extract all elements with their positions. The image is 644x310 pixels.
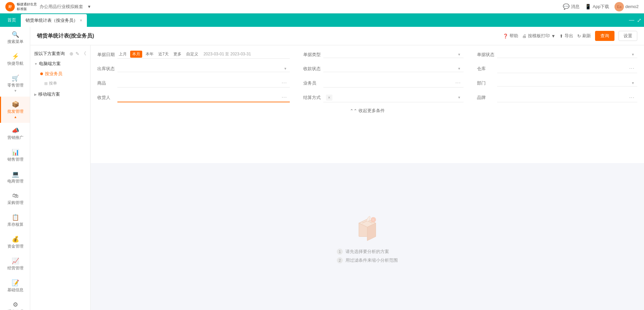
date-this-month-btn[interactable]: 本月 xyxy=(130,51,142,58)
tab-maximize-icon[interactable]: ⤢ xyxy=(637,17,641,23)
help-icon: ❓ xyxy=(503,34,508,39)
print-btn[interactable]: 🖨 按模板打印 ▼ xyxy=(522,33,555,39)
top-title: 办公用品行业模拟账套 xyxy=(40,4,83,10)
logo: 好 畅捷通好生意 标准版 xyxy=(5,2,37,11)
top-dropdown-icon[interactable]: ▼ xyxy=(87,4,91,9)
warehouse-label: 仓库 xyxy=(477,66,497,72)
marketing-icon: 📣 xyxy=(12,127,19,134)
logo-text: 畅捷通好生意 标准版 xyxy=(17,2,37,11)
warehouse-dots: ··· xyxy=(629,65,635,71)
tab-home[interactable]: 首页 xyxy=(3,15,21,25)
sidebar-item-inventory[interactable]: 📋 库存核算 xyxy=(0,210,30,231)
active-scheme-item[interactable]: 按业务员 xyxy=(30,69,90,79)
warehouse-input[interactable]: ··· xyxy=(497,64,637,73)
sidebar-item-finance[interactable]: 💰 资金管理 xyxy=(0,231,30,253)
query-button[interactable]: 查询 xyxy=(595,31,614,41)
message-btn[interactable]: 💬 消息 xyxy=(563,3,580,10)
doc-status-select[interactable]: ▼ xyxy=(497,51,637,58)
settlement-tag: × xyxy=(326,95,332,101)
scheme-edit-btn[interactable]: ✎ xyxy=(75,51,79,56)
sidebar-item-label: 快捷导航 xyxy=(7,61,23,66)
sidebar-item-retail[interactable]: 🛒 零售管理 ▼ xyxy=(0,70,30,97)
tab-close-btn[interactable]: × xyxy=(80,18,82,23)
date-more-btn[interactable]: 更多 xyxy=(172,51,183,58)
tab-active-label: 销货单统计表（按业务员） xyxy=(25,17,78,23)
sidebar-item-operations[interactable]: 📈 经营管理 xyxy=(0,253,30,275)
goods-input[interactable]: ··· xyxy=(117,79,290,88)
receipt-status-select[interactable]: ▼ xyxy=(323,65,464,72)
sidebar-item-search[interactable]: 🔍 搜索菜单 xyxy=(0,27,30,49)
quick-nav-icon: ⚡ xyxy=(12,53,19,60)
basic-info-icon: 📝 xyxy=(12,279,19,287)
sidebar-item-quick-nav[interactable]: ⚡ 快捷导航 xyxy=(0,49,30,70)
date-last-month-btn[interactable]: 上月 xyxy=(117,51,128,58)
salesperson-dots: ··· xyxy=(455,80,461,86)
sidebar-item-marketing[interactable]: 📣 营销推广 xyxy=(0,123,30,145)
collapse-up-icon: ⌃⌃ xyxy=(350,108,357,113)
sidebar-item-purchase[interactable]: 🛍 采购管理 xyxy=(0,188,30,210)
sub-scheme-item[interactable]: ⊞ 按单 xyxy=(30,79,90,88)
collapse-btn[interactable]: ⌃⌃ 收起更多条件 xyxy=(350,108,385,114)
system-icon: ⚙ xyxy=(13,301,18,308)
doc-type-label: 单据类型 xyxy=(303,52,323,58)
goods-label: 商品 xyxy=(97,80,117,86)
sidebar-item-system[interactable]: ⚙ 系统管理 xyxy=(0,297,30,310)
settlement-tag-close[interactable]: × xyxy=(328,95,330,100)
tab-minimize-icon[interactable]: — xyxy=(629,17,634,23)
avatar: Ea xyxy=(614,2,624,11)
search-icon: 🔍 xyxy=(12,31,19,38)
sidebar: 🔍 搜索菜单 ⚡ 快捷导航 🛒 零售管理 ▼ 📦 批发管理 ▲ 📣 营销推广 xyxy=(0,27,30,310)
sidebar-item-sales[interactable]: 📊 销售管理 xyxy=(0,145,30,166)
tab-active[interactable]: 销货单统计表（按业务员） × xyxy=(21,14,87,27)
date-range-text: 2023-03-01 至 2023-03-31 xyxy=(204,51,251,57)
pc-scheme-group[interactable]: ▼ 电脑端方案 xyxy=(30,59,90,69)
sidebar-item-label: 资金管理 xyxy=(7,244,23,249)
empty-hint-2: 2 用过滤条件来缩小分析范围 xyxy=(337,257,398,263)
user-area[interactable]: Ea demo2 xyxy=(614,2,639,11)
date-last7-btn[interactable]: 近7天 xyxy=(157,51,170,58)
settings-button[interactable]: 设置 xyxy=(619,31,637,41)
salesperson-input[interactable]: ··· xyxy=(323,79,464,88)
receipt-status-arrow: ▼ xyxy=(458,67,461,70)
refresh-icon: ↻ xyxy=(577,34,581,39)
sidebar-item-label: 基础信息 xyxy=(7,287,23,293)
app-download-label: App下载 xyxy=(593,4,609,10)
retail-icon: 🛒 xyxy=(12,74,19,82)
receiver-dots: ··· xyxy=(281,94,287,100)
phone-icon: 📱 xyxy=(585,4,591,10)
sidebar-item-basic-info[interactable]: 📝 基础信息 xyxy=(0,275,30,297)
settlement-select[interactable]: × ▼ xyxy=(323,93,464,102)
print-icon: 🖨 xyxy=(522,34,527,39)
receiver-input[interactable]: ··· xyxy=(117,93,290,102)
doc-type-select[interactable]: ▼ xyxy=(323,51,464,58)
mobile-scheme-group[interactable]: ▶ 移动端方案 xyxy=(30,89,90,99)
doc-status-arrow: ▼ xyxy=(631,53,635,56)
wholesale-icon: 📦 xyxy=(12,101,19,108)
empty-icon: ↑ xyxy=(351,210,384,243)
export-btn[interactable]: ⬆ 导出 xyxy=(559,33,573,39)
empty-hint-1: 1 请先选择要分析的方案 xyxy=(337,249,398,255)
brand-label: 品牌 xyxy=(477,95,497,101)
refresh-btn[interactable]: ↻ 刷新 xyxy=(577,33,591,39)
operations-icon: 📈 xyxy=(12,257,19,265)
out-status-label: 出库状态 xyxy=(97,66,117,72)
date-this-year-btn[interactable]: 本年 xyxy=(144,51,155,58)
message-label: 消息 xyxy=(571,4,580,10)
out-status-select[interactable]: ▼ xyxy=(117,65,290,72)
scheme-collapse-btn[interactable]: 《 xyxy=(82,51,86,57)
sidebar-item-label: 销售管理 xyxy=(7,157,23,162)
scheme-add-btn[interactable]: ⊕ xyxy=(69,51,73,56)
sidebar-item-ecommerce[interactable]: 💻 电商管理 xyxy=(0,166,30,188)
chevron-right-icon: ▶ xyxy=(34,93,37,96)
department-select[interactable]: ▼ xyxy=(497,80,637,87)
export-icon: ⬆ xyxy=(559,34,563,39)
sidebar-item-wholesale[interactable]: 📦 批发管理 ▲ xyxy=(0,97,30,123)
date-custom-btn[interactable]: 自定义 xyxy=(185,51,200,58)
receiver-label: 收货人 xyxy=(97,95,117,101)
date-label: 单据日期 xyxy=(97,52,117,58)
sidebar-item-label: 零售管理 xyxy=(7,83,23,88)
hint-num-1: 1 xyxy=(337,249,343,255)
app-download-btn[interactable]: 📱 App下载 xyxy=(585,4,609,10)
brand-input[interactable]: ··· xyxy=(497,93,637,102)
help-btn[interactable]: ❓ 帮助 xyxy=(503,33,518,39)
